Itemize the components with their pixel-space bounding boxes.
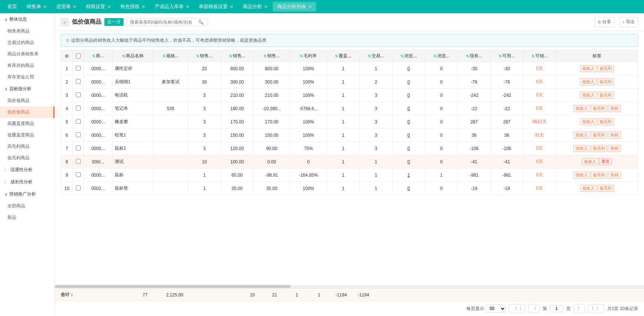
row-checkbox-cell[interactable] (73, 142, 84, 155)
nav-close-analysis-list[interactable]: ✕ (308, 4, 312, 9)
sidebar-item-low-margin[interactable]: 低毛利商品 (0, 152, 54, 164)
row-checkbox[interactable] (76, 106, 81, 111)
th-margin[interactable]: ⇅毛利率 (290, 50, 327, 62)
th-code[interactable]: ⇅商... (84, 50, 113, 62)
sidebar-item-new-products[interactable]: 新品 (0, 212, 54, 223)
page-input[interactable] (550, 305, 563, 312)
th-views1[interactable]: ⇅浏览... (392, 50, 425, 62)
row-checkbox-cell[interactable] (73, 102, 84, 115)
sidebar-group-growth[interactable]: 〉成长性分析 (0, 176, 54, 188)
row-checkbox-cell[interactable] (73, 75, 84, 89)
row-checkbox-cell[interactable] (73, 182, 84, 195)
sidebar-group-contribution[interactable]: ∨贡献值分析 (0, 83, 54, 95)
views-link[interactable]: 0 (407, 133, 410, 138)
row-views1[interactable]: 0 (392, 115, 425, 129)
sidebar-item-low-value[interactable]: 低价值商品 (0, 106, 54, 118)
nav-analysis-list[interactable]: 商品分析列表 ✕ (273, 2, 316, 11)
sidebar-item-high-coverage[interactable]: 高覆盖度商品 (0, 118, 54, 129)
nav-close-template[interactable]: ✕ (230, 4, 233, 9)
row-checkbox[interactable] (76, 159, 81, 164)
sort-icon-sellable[interactable]: ⇅ (531, 54, 534, 58)
sort-icon-stock2[interactable]: ⇅ (499, 54, 502, 58)
row-views1[interactable]: 0 (392, 182, 425, 195)
sort-icon-name[interactable]: ⇅ (122, 54, 125, 58)
nav-close-inventory[interactable]: ✕ (186, 4, 189, 9)
nav-close-purchase[interactable]: ✕ (73, 4, 76, 9)
views-link[interactable]: 0 (407, 106, 410, 111)
sidebar-item-high-margin[interactable]: 高毛利商品 (0, 141, 54, 152)
th-stock1[interactable]: ⇅现有... (458, 50, 490, 62)
row-views1[interactable]: 0 (392, 155, 425, 169)
row-checkbox[interactable] (76, 119, 81, 124)
th-views2[interactable]: ⇅浏览... (425, 50, 457, 62)
views-link[interactable]: 0 (407, 79, 410, 85)
sort-icon-amount[interactable]: ⇅ (264, 54, 266, 58)
row-views1[interactable]: 0 (392, 62, 425, 75)
nav-purchase[interactable]: 进货单 ✕ (52, 2, 81, 11)
row-checkbox[interactable] (76, 172, 81, 177)
th-price[interactable]: ⇅销售... (221, 50, 253, 62)
row-views1[interactable]: 0 (392, 75, 425, 89)
views-link[interactable]: 0 (407, 159, 410, 164)
row-views1[interactable]: 0 (392, 129, 425, 142)
sort-icon-spec[interactable]: ⇅ (162, 54, 165, 58)
views-link[interactable]: 1 (407, 173, 410, 178)
sidebar-item-all-products[interactable]: 全部商品 (0, 200, 54, 212)
export-button[interactable]: ↑ 导出 (619, 17, 638, 27)
sort-icon-trades[interactable]: ⇅ (368, 54, 371, 58)
sidebar-item-capital[interactable]: 库存资金占用 (0, 71, 54, 83)
nav-permission[interactable]: 权限设置 ✕ (81, 2, 115, 11)
search-input[interactable] (130, 20, 197, 25)
nav-inventory[interactable]: 产成品入库单 ✕ (150, 2, 194, 11)
row-views1[interactable]: 0 (392, 142, 425, 155)
th-settings[interactable]: ⚙ (61, 50, 73, 62)
last-page-btn[interactable]: 〉〉 (588, 304, 604, 313)
filter-tag-month[interactable]: 近一月 (104, 18, 124, 26)
th-stock2[interactable]: ⇅可用... (490, 50, 523, 62)
sidebar-item-low-coverage[interactable]: 低覆盖度商品 (0, 129, 54, 141)
sidebar-group-circulation[interactable]: 〉流通性分析 (0, 164, 54, 176)
sort-icon-margin[interactable]: ⇅ (300, 54, 303, 58)
nav-home[interactable]: 首页 (3, 2, 21, 11)
sidebar-item-category-rate[interactable]: 商品分类销售率 (0, 48, 54, 60)
th-name[interactable]: ⇅商品名称 (113, 50, 153, 62)
search-icon[interactable]: 🔍 (198, 20, 204, 25)
th-qty[interactable]: ⇅销售... (188, 50, 221, 62)
row-checkbox[interactable] (76, 146, 81, 150)
nav-template[interactable]: 单据模板设置 ✕ (194, 2, 238, 11)
row-checkbox-cell[interactable] (73, 89, 84, 102)
views-link[interactable]: 0 (407, 119, 410, 125)
sidebar-item-traded[interactable]: 交易过的商品 (0, 37, 54, 48)
settings-icon[interactable]: ⚙ (65, 54, 69, 59)
share-button[interactable]: ⎘ 分享 (595, 17, 614, 27)
row-checkbox-cell[interactable] (73, 129, 84, 142)
sidebar-item-in-stock[interactable]: 有库存的商品 (0, 60, 54, 71)
row-checkbox[interactable] (76, 79, 81, 84)
row-checkbox-cell[interactable] (73, 62, 84, 75)
sidebar-group-marketing[interactable]: ∨营销推广分析 (0, 188, 54, 200)
th-checkbox[interactable] (73, 50, 84, 62)
select-all-checkbox[interactable] (76, 54, 81, 58)
views-link[interactable]: 0 (407, 93, 410, 98)
row-views1[interactable]: 0 (392, 102, 425, 115)
nav-close-sales[interactable]: ✕ (43, 4, 47, 9)
sort-icon-views1[interactable]: ⇅ (400, 54, 403, 58)
sort-icon-views2[interactable]: ⇅ (433, 54, 436, 58)
sort-icon[interactable]: ⇅ (92, 54, 95, 58)
th-coverage[interactable]: ⇅覆盖... (327, 50, 359, 62)
nav-role[interactable]: 角色授权 ✕ (116, 2, 150, 11)
row-checkbox-cell[interactable] (73, 115, 84, 129)
sidebar-group-overall[interactable]: ∨整体信息 (0, 13, 54, 26)
next-page-btn[interactable]: 〉 (574, 304, 585, 313)
row-checkbox[interactable] (76, 92, 81, 97)
nav-sales[interactable]: 销售单 ✕ (22, 2, 51, 11)
row-views1[interactable]: 1 (392, 169, 425, 182)
per-page-select[interactable]: 50 100 200 (486, 305, 506, 313)
sort-icon-price[interactable]: ⇅ (229, 54, 232, 58)
th-sellable[interactable]: ⇅可销... (523, 50, 556, 62)
table-scroll-bar[interactable] (55, 285, 644, 288)
sort-icon-coverage[interactable]: ⇅ (335, 54, 338, 58)
row-checkbox-cell[interactable] (73, 169, 84, 182)
sort-icon-stock1[interactable]: ⇅ (466, 54, 469, 58)
row-checkbox[interactable] (76, 132, 81, 137)
